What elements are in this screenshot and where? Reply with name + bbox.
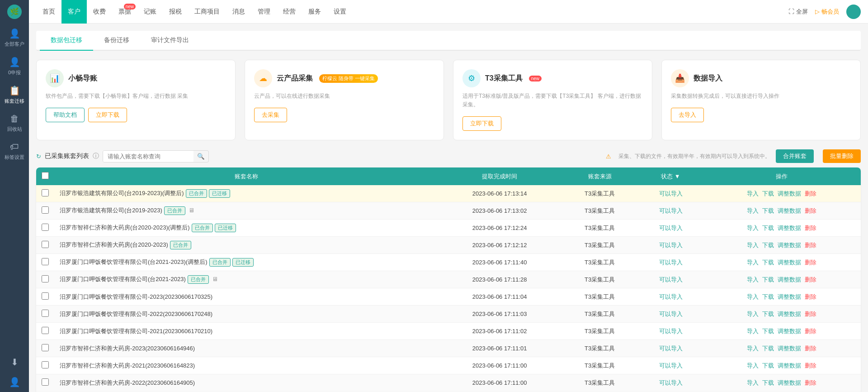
nav-operation[interactable]: 经营 — [277, 0, 302, 24]
sidebar-item-zero-declare[interactable]: 👤 0申报 — [0, 52, 29, 81]
nav-settings[interactable]: 设置 — [327, 0, 353, 24]
refresh-icon[interactable]: ↻ — [36, 153, 41, 160]
help-doc-button[interactable]: 帮助文档 — [46, 108, 85, 122]
nav-home[interactable]: 首页 — [36, 0, 61, 24]
data-import-actions: 去导入 — [671, 108, 851, 122]
search-input[interactable] — [103, 151, 193, 162]
nav-client[interactable]: 客户 — [61, 0, 87, 24]
action-删除[interactable]: 删除 — [805, 242, 816, 249]
nav-tax[interactable]: 报税 — [163, 0, 188, 24]
action-调整数据[interactable]: 调整数据 — [778, 362, 801, 369]
action-下载[interactable]: 下载 — [762, 328, 774, 335]
row-checkbox[interactable] — [42, 361, 49, 368]
action-删除[interactable]: 删除 — [805, 259, 816, 266]
action-下载[interactable]: 下载 — [762, 293, 774, 300]
fullscreen-button[interactable]: ⛶ 全屏 — [788, 8, 808, 16]
tab-audit-export[interactable]: 审计文件导出 — [140, 31, 200, 51]
sidebar-item-account-migrate[interactable]: 📋 账套迁移 — [0, 81, 29, 109]
action-调整数据[interactable]: 调整数据 — [778, 328, 801, 335]
action-调整数据[interactable]: 调整数据 — [778, 259, 801, 266]
sidebar-item-all-clients[interactable]: 👤 全部客户 — [0, 24, 29, 52]
row-status: 可以导入 — [659, 225, 683, 231]
action-下载[interactable]: 下载 — [762, 345, 774, 352]
action-调整数据[interactable]: 调整数据 — [778, 225, 801, 231]
action-导入[interactable]: 导入 — [747, 345, 759, 352]
nav-account[interactable]: 记账 — [137, 0, 163, 24]
row-checkbox[interactable] — [42, 258, 49, 265]
action-导入[interactable]: 导入 — [747, 293, 759, 300]
action-调整数据[interactable]: 调整数据 — [778, 345, 801, 352]
row-actions-cell: 导入下载调整数据删除 — [703, 288, 861, 306]
row-checkbox[interactable] — [42, 224, 49, 231]
action-下载[interactable]: 下载 — [762, 362, 774, 369]
row-checkbox[interactable] — [42, 206, 49, 214]
action-下载[interactable]: 下载 — [762, 379, 774, 386]
action-调整数据[interactable]: 调整数据 — [778, 276, 801, 283]
sidebar-item-user[interactable]: 👤 — [0, 372, 29, 392]
nav-business[interactable]: 工商项目 — [188, 0, 226, 24]
action-调整数据[interactable]: 调整数据 — [778, 242, 801, 249]
action-删除[interactable]: 删除 — [805, 311, 816, 317]
tab-data-migrate[interactable]: 数据包迁移 — [40, 31, 93, 51]
row-checkbox[interactable] — [42, 241, 49, 248]
action-导入[interactable]: 导入 — [747, 190, 759, 197]
tab-backup-migrate[interactable]: 备份迁移 — [93, 31, 140, 51]
action-删除[interactable]: 删除 — [805, 207, 816, 214]
nav-message[interactable]: 消息 — [226, 0, 251, 24]
action-调整数据[interactable]: 调整数据 — [778, 190, 801, 197]
search-button[interactable]: 🔍 — [193, 151, 208, 162]
action-删除[interactable]: 删除 — [805, 293, 816, 300]
action-调整数据[interactable]: 调整数据 — [778, 379, 801, 386]
action-下载[interactable]: 下载 — [762, 207, 774, 214]
sidebar-item-download[interactable]: ⬇ — [0, 352, 29, 372]
row-checkbox[interactable] — [42, 275, 49, 282]
merge-accounts-button[interactable]: 合并账套 — [776, 149, 814, 163]
action-导入[interactable]: 导入 — [747, 328, 759, 335]
action-调整数据[interactable]: 调整数据 — [778, 207, 801, 214]
action-导入[interactable]: 导入 — [747, 259, 759, 266]
nav-fee[interactable]: 收费 — [87, 0, 112, 24]
t3-download-button[interactable]: 立即下载 — [462, 116, 501, 131]
vip-button[interactable]: ▷ 畅会员 — [815, 8, 839, 16]
row-checkbox[interactable] — [42, 189, 49, 196]
action-删除[interactable]: 删除 — [805, 328, 816, 335]
action-导入[interactable]: 导入 — [747, 242, 759, 249]
action-导入[interactable]: 导入 — [747, 311, 759, 317]
go-import-button[interactable]: 去导入 — [671, 108, 704, 122]
avatar[interactable] — [846, 5, 861, 19]
sidebar-item-label-settings[interactable]: 🏷 标签设置 — [0, 137, 29, 165]
action-删除[interactable]: 删除 — [805, 362, 816, 369]
action-下载[interactable]: 下载 — [762, 225, 774, 231]
app-logo[interactable]: 🌿 — [0, 0, 29, 24]
action-导入[interactable]: 导入 — [747, 362, 759, 369]
action-删除[interactable]: 删除 — [805, 345, 816, 352]
action-导入[interactable]: 导入 — [747, 225, 759, 231]
action-下载[interactable]: 下载 — [762, 259, 774, 266]
action-下载[interactable]: 下载 — [762, 311, 774, 317]
row-checkbox[interactable] — [42, 327, 49, 334]
sidebar-item-recycle[interactable]: 🗑 回收站 — [0, 109, 29, 137]
action-删除[interactable]: 删除 — [805, 276, 816, 283]
download-now-button[interactable]: 立即下载 — [88, 108, 127, 122]
row-checkbox[interactable] — [42, 344, 49, 351]
action-调整数据[interactable]: 调整数据 — [778, 293, 801, 300]
action-导入[interactable]: 导入 — [747, 379, 759, 386]
action-调整数据[interactable]: 调整数据 — [778, 311, 801, 317]
row-checkbox[interactable] — [42, 292, 49, 300]
action-删除[interactable]: 删除 — [805, 379, 816, 386]
row-checkbox[interactable] — [42, 378, 49, 386]
action-下载[interactable]: 下载 — [762, 190, 774, 197]
select-all-checkbox[interactable] — [42, 172, 49, 179]
nav-invoice[interactable]: 票据 new — [112, 0, 137, 24]
nav-manage[interactable]: 管理 — [251, 0, 277, 24]
action-下载[interactable]: 下载 — [762, 242, 774, 249]
action-导入[interactable]: 导入 — [747, 207, 759, 214]
action-导入[interactable]: 导入 — [747, 276, 759, 283]
go-collect-button[interactable]: 去采集 — [254, 108, 287, 122]
nav-service[interactable]: 服务 — [302, 0, 327, 24]
action-删除[interactable]: 删除 — [805, 190, 816, 197]
batch-delete-button[interactable]: 批量删除 — [823, 149, 861, 163]
action-下载[interactable]: 下载 — [762, 276, 774, 283]
row-checkbox[interactable] — [42, 310, 49, 317]
action-删除[interactable]: 删除 — [805, 225, 816, 231]
